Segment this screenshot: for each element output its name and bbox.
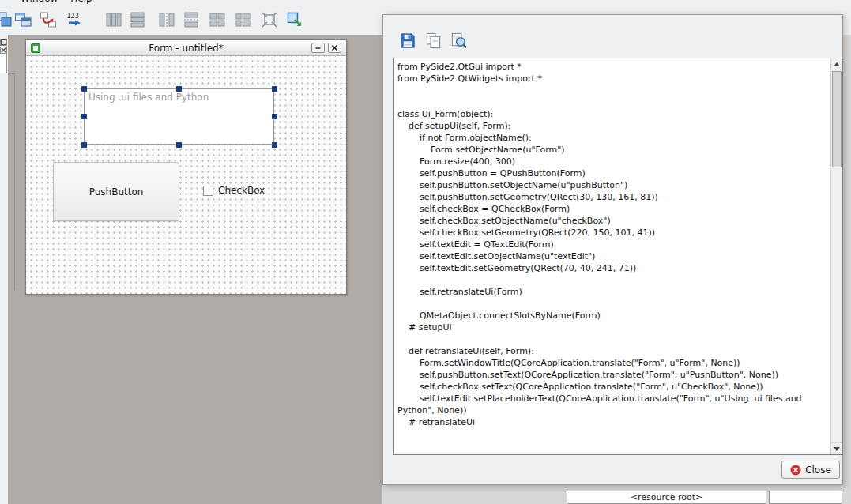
- menu-help[interactable]: Help: [70, 0, 92, 4]
- scroll-down-button[interactable]: [831, 442, 842, 454]
- checkbox-widget[interactable]: CheckBox: [203, 185, 265, 196]
- form-title: Form - untitled*: [26, 43, 346, 54]
- selection-handle[interactable]: [81, 142, 87, 148]
- close-x-icon: [790, 465, 801, 476]
- widget-box-dock-edge: [0, 35, 8, 504]
- dock-divider-line: [14, 75, 15, 290]
- edit-signals-slots-icon[interactable]: [13, 10, 32, 29]
- layout-horizontal-splitter-icon[interactable]: [157, 10, 176, 29]
- resource-preview-panel[interactable]: [769, 491, 842, 504]
- layout-horizontal-glyph: [105, 11, 122, 28]
- svg-text:123: 123: [67, 13, 79, 20]
- resource-root-item[interactable]: <resource root>: [567, 491, 766, 504]
- scroll-thumb[interactable]: [832, 71, 842, 167]
- layout-form-icon[interactable]: [234, 10, 253, 29]
- menu-window[interactable]: Window: [21, 0, 58, 4]
- copy-icon[interactable]: [424, 31, 442, 50]
- edit-buddies-icon[interactable]: [39, 10, 58, 29]
- edit-buddies-glyph: [40, 11, 57, 28]
- widget-filter-input[interactable]: [0, 53, 7, 73]
- close-button-label: Close: [805, 465, 831, 476]
- close-glyph: [1, 47, 6, 53]
- textedit-widget[interactable]: [84, 88, 274, 145]
- h-splitter-glyph: [158, 11, 175, 28]
- scroll-down-icon: [834, 447, 840, 451]
- code-preview-dialog: from PySide2.QtGui import * from PySide2…: [382, 14, 843, 485]
- form-titlebar[interactable]: Form - untitled*: [26, 40, 346, 56]
- break-layout-icon[interactable]: [260, 10, 279, 29]
- adjust-size-icon[interactable]: [285, 10, 304, 29]
- dock-divider-tick: [8, 73, 15, 74]
- selection-handle[interactable]: [272, 86, 277, 92]
- float-glyph: [1, 39, 6, 45]
- selection-handle[interactable]: [272, 142, 277, 148]
- selection-handle[interactable]: [81, 86, 87, 92]
- menubar: Window Help: [21, 0, 92, 4]
- edit-widgets-icon[interactable]: [0, 10, 13, 29]
- edit-tab-order-icon[interactable]: 123: [64, 10, 83, 29]
- form-canvas[interactable]: PushButton CheckBox: [26, 56, 346, 294]
- window-close-button[interactable]: [328, 43, 341, 53]
- break-layout-glyph: [261, 11, 278, 28]
- print-preview-glyph: [450, 32, 468, 50]
- layout-vertical-glyph: [129, 11, 146, 28]
- code-scrollbar[interactable]: [830, 58, 842, 454]
- minimize-icon: [314, 44, 322, 51]
- copy-glyph: [424, 32, 442, 50]
- v-splitter-glyph: [183, 11, 200, 28]
- scroll-up-icon: [834, 62, 840, 66]
- minimize-button[interactable]: [311, 43, 325, 53]
- checkbox-indicator[interactable]: [203, 186, 213, 196]
- save-icon[interactable]: [397, 31, 416, 50]
- edit-signals-glyph: [14, 11, 32, 28]
- adjust-size-glyph: [286, 11, 303, 28]
- layout-vertical-icon[interactable]: [128, 10, 147, 29]
- code-view[interactable]: from PySide2.QtGui import * from PySide2…: [393, 58, 843, 455]
- save-glyph: [398, 32, 416, 50]
- code-text: from PySide2.QtGui import * from PySide2…: [394, 58, 830, 454]
- selection-handle[interactable]: [81, 114, 87, 119]
- layout-grid-icon[interactable]: [208, 10, 227, 29]
- dialog-close-button[interactable]: Close: [781, 461, 840, 479]
- grid-layout-glyph: [209, 11, 226, 28]
- qt-designer-screen: Window Help 123: [0, 0, 851, 504]
- selection-handle[interactable]: [176, 86, 182, 92]
- selection-handle[interactable]: [176, 142, 182, 148]
- print-preview-icon[interactable]: [449, 31, 468, 50]
- right-edge-strip: [843, 35, 851, 504]
- pushbutton-widget[interactable]: PushButton: [53, 162, 179, 221]
- checkbox-label: CheckBox: [218, 185, 265, 196]
- layout-vertical-splitter-icon[interactable]: [182, 10, 201, 29]
- scroll-up-button[interactable]: [831, 58, 842, 70]
- layout-horizontal-icon[interactable]: [104, 10, 123, 29]
- selection-handle[interactable]: [272, 114, 277, 119]
- form-designer-window: Form - untitled* PushButton CheckBox: [25, 39, 347, 295]
- edit-widgets-glyph: [0, 11, 13, 28]
- bottom-dock: <resource root>: [382, 485, 851, 504]
- form-layout-glyph: [235, 11, 252, 28]
- dock-float-icon[interactable]: [0, 39, 7, 46]
- tab-order-glyph: 123: [65, 11, 82, 28]
- window-close-icon: [331, 44, 338, 51]
